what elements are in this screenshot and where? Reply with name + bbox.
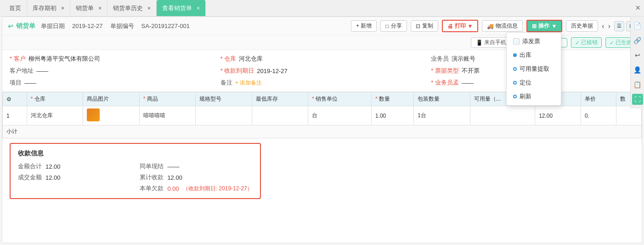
row-qty: 1.00 [371, 106, 413, 125]
tab-bar: 首页 库存期初 × 销货单 × 销货单历史 × 查看销货单 × × [0, 0, 644, 17]
row-warehouse: 河北仓库 [27, 106, 83, 125]
copy-button[interactable]: ⊡ 复制 [411, 20, 438, 32]
refresh-dot-icon [513, 95, 517, 98]
row-amount [616, 106, 642, 125]
window-close-button[interactable]: × [635, 3, 640, 13]
sidebar-list-icon[interactable]: 📋 [632, 79, 643, 90]
address-value: —— [36, 68, 48, 74]
col-image: 商品图片 [83, 92, 140, 106]
col-gear: ⚙ [3, 92, 27, 106]
customer-field: * 客户 柳州粤港平安气体有限公司 [10, 55, 213, 63]
warehouse-value: 河北仓库 [239, 55, 263, 63]
history-button[interactable]: 历史单据 [566, 20, 598, 32]
warehouse-label: * 仓库 [220, 55, 237, 63]
grid-icon: ⊞ [532, 23, 537, 29]
address-field: 客户地址 —— [10, 67, 213, 75]
sidebar-link-icon[interactable]: 🔗 [632, 35, 643, 46]
staff-value: 演示账号 [452, 55, 475, 63]
dot-filled-icon [513, 53, 517, 57]
row-price: 0. [581, 106, 616, 125]
add-remark-button[interactable]: + 添加备注 [235, 79, 262, 87]
same-order-label: 同单现结 [140, 162, 164, 171]
sidebar-doc-icon[interactable]: 📄 [632, 20, 643, 31]
out-warehouse-item[interactable]: 出库 [507, 48, 561, 62]
col-qty: * 数量 [371, 92, 413, 106]
date-label: 单据日期 [41, 22, 65, 30]
tab-home-label: 首页 [9, 4, 21, 12]
product-image [87, 108, 100, 121]
row-pack-qty: 1台 [414, 106, 470, 125]
share-button[interactable]: □ 分享 [380, 20, 407, 32]
due-amount-label: 本单欠款 [140, 184, 164, 193]
subtotal-label: 小计 [3, 125, 642, 138]
locate-item[interactable]: 定位 [507, 76, 561, 90]
nav-next-button[interactable]: › [608, 22, 610, 30]
ticket-value: 不开票 [462, 67, 480, 75]
truck-icon: 🚚 [487, 23, 494, 29]
check-icon: ✓ [575, 40, 580, 46]
address-label: 客户地址 [10, 67, 34, 75]
sidebar-refresh-icon[interactable]: ↩ [632, 50, 643, 61]
customer-label: * 客户 [10, 55, 26, 63]
nav-prev-button[interactable]: ‹ [602, 22, 604, 30]
cumulative-value: 12.00 [167, 174, 182, 181]
date-value: 2019-12-27 [72, 23, 103, 29]
project-field: 项目 —— [10, 79, 213, 87]
sidebar-expand-icon[interactable]: ⛶ [632, 94, 643, 105]
checkbox-icon [513, 38, 520, 45]
operate-button[interactable]: ⊞ 操作 ▼ [526, 20, 562, 32]
tab-inventory-label: 库存期初 [33, 4, 56, 12]
doc-title-text: 销货单 [16, 22, 35, 30]
tab-inventory[interactable]: 库存期初 × [27, 0, 70, 16]
logistics-button[interactable]: 🚚 物流信息 [482, 20, 523, 32]
tab-inventory-close[interactable]: × [61, 5, 64, 11]
col-price: 单价 [581, 92, 616, 106]
deal-amount-label: 成交金额 [18, 173, 42, 182]
locate-dot-icon [513, 81, 517, 85]
tab-sales-history-close[interactable]: × [147, 5, 151, 11]
tab-view-sales-label: 查看销货单 [162, 4, 192, 12]
amount-total-label: 金额合计 [18, 162, 42, 171]
row-min-stock [252, 106, 308, 125]
available-qty-item[interactable]: 可用量提取 [507, 62, 561, 76]
customer-value: 柳州粤港平安气体有限公司 [28, 55, 100, 63]
out-warehouse-label: 出库 [520, 51, 531, 59]
sidebar-user-icon[interactable]: 👤 [632, 64, 643, 75]
remark-field: 备注 + 添加备注 [220, 79, 424, 87]
print-label: 打印 [455, 22, 466, 30]
refresh-item[interactable]: 刷新 [507, 90, 561, 103]
col-min-stock: 最低库存 [252, 92, 308, 106]
operate-label: 操作 [538, 22, 549, 30]
tab-sales-history[interactable]: 销货单历史 × [107, 0, 157, 16]
locate-label: 定位 [520, 79, 531, 87]
tab-view-sales[interactable]: 查看销货单 × [157, 0, 206, 16]
tab-home[interactable]: 首页 [4, 0, 27, 16]
tab-sales-close[interactable]: × [98, 5, 102, 11]
project-value: —— [24, 80, 36, 86]
amount-total-row: 金额合计 12.00 [18, 162, 130, 171]
due-date-suffix: （收款到期日: 2019-12-27） [183, 185, 253, 193]
same-order-row: 同单现结 —— [140, 162, 252, 171]
add-invoice-item[interactable]: 添发票 [507, 34, 561, 48]
col-unit: * 销售单位 [308, 92, 372, 106]
project-label: 项目 [10, 79, 22, 87]
warehouse-field: * 仓库 河北仓库 [220, 55, 424, 63]
from-phone-button[interactable]: 📱 来自手机 [471, 37, 511, 48]
due-date-label: * 收款到期日 [220, 67, 254, 75]
list-view-icon[interactable]: ☰ [614, 21, 624, 31]
row-product: 嘻嘻嘻嘻 [139, 106, 196, 125]
new-button[interactable]: + 新增 [351, 20, 377, 32]
amount-total-value: 12.00 [45, 163, 61, 170]
cumulative-label: 累计收款 [140, 173, 164, 182]
tab-view-sales-close[interactable]: × [197, 5, 200, 11]
ticket-label: * 票据类型 [431, 67, 459, 75]
print-dropdown-arrow[interactable]: ▼ [468, 23, 473, 29]
print-button[interactable]: 🖨 打印 ▼ [442, 20, 479, 32]
salesman-value: —— [462, 80, 474, 86]
operate-dropdown-arrow[interactable]: ▼ [551, 23, 557, 29]
table-row: 1 河北仓库 嘻嘻嘻嘻 台 1.00 1台 12.00 0. [3, 106, 642, 125]
same-order-value: —— [167, 163, 179, 170]
row-unit: 台 [308, 106, 372, 125]
tab-sales[interactable]: 销货单 × [70, 0, 107, 16]
share-icon: □ [385, 23, 389, 29]
